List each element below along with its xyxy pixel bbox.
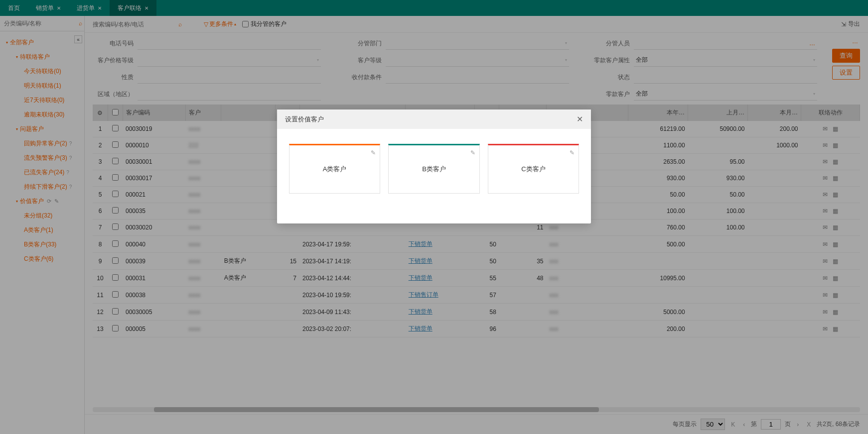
- value-card-b[interactable]: ✎ B类客户: [388, 144, 479, 194]
- value-customer-modal: 设置价值客户 ✕ ✎ A类客户✎ B类客户✎ C类客户: [277, 109, 591, 223]
- modal-body: ✎ A类客户✎ B类客户✎ C类客户: [277, 129, 591, 223]
- value-card-label: A类客户: [323, 165, 347, 174]
- edit-icon[interactable]: ✎: [371, 149, 376, 156]
- modal-overlay[interactable]: 设置价值客户 ✕ ✎ A类客户✎ B类客户✎ C类客户: [0, 0, 868, 434]
- value-card-a[interactable]: ✎ A类客户: [289, 144, 380, 194]
- modal-title: 设置价值客户: [285, 115, 324, 124]
- edit-icon[interactable]: ✎: [470, 149, 475, 156]
- value-card-label: C类客户: [521, 165, 545, 174]
- value-card-label: B类客户: [422, 165, 446, 174]
- close-icon[interactable]: ✕: [577, 114, 583, 124]
- modal-header: 设置价值客户 ✕: [277, 109, 591, 129]
- value-card-c[interactable]: ✎ C类客户: [488, 144, 579, 194]
- edit-icon[interactable]: ✎: [570, 149, 575, 156]
